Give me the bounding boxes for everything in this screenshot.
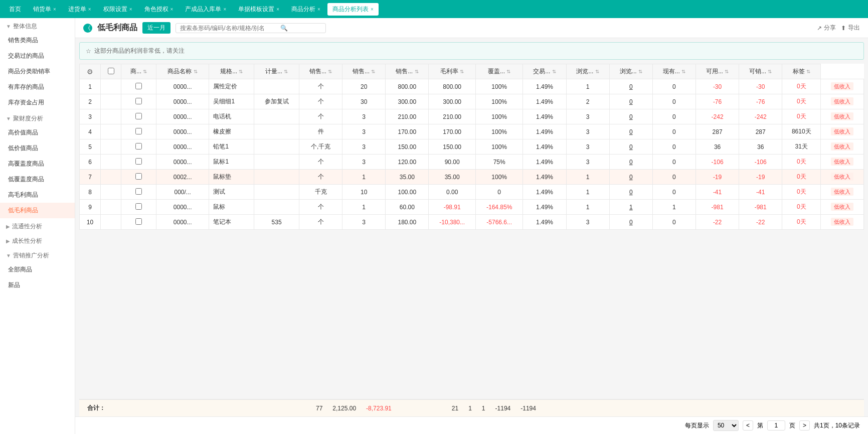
- search-icon[interactable]: 🔍: [280, 25, 288, 32]
- row-checkbox[interactable]: [135, 203, 142, 210]
- col-coverage[interactable]: 覆盖... ⇅: [475, 64, 523, 79]
- col-trade-count[interactable]: 交易... ⇅: [523, 64, 566, 79]
- sidebar-item-stock-capital[interactable]: 库存资金占用: [0, 95, 75, 110]
- row-view1[interactable]: 0: [609, 170, 652, 185]
- nav-permission-settings[interactable]: 权限设置 ×: [98, 3, 137, 16]
- sidebar-item-low-coverage[interactable]: 低覆盖度商品: [0, 172, 75, 187]
- col-spec[interactable]: 规格... ⇅: [209, 64, 254, 79]
- sidebar-item-sales-products[interactable]: 销售类商品: [0, 33, 75, 48]
- col-settings[interactable]: ⚙: [80, 64, 101, 79]
- col-code[interactable]: 商... ⇅: [121, 64, 156, 79]
- row-checkbox[interactable]: [135, 98, 142, 104]
- close-icon[interactable]: ×: [371, 7, 374, 12]
- col-view1[interactable]: 浏览... ⇅: [566, 64, 609, 79]
- row-current-stock: -106: [696, 155, 739, 170]
- row-view1[interactable]: 0: [609, 94, 652, 109]
- totals-row: 合计： 77 2,125.00 -8,723.91 21 1 1 -1194 -…: [79, 399, 864, 416]
- row-settings-cell: [100, 94, 121, 109]
- col-sales-profit[interactable]: 销售... ⇅: [386, 64, 429, 79]
- col-tag[interactable]: 标签 ⇅: [782, 64, 821, 79]
- row-sales-profit: -10,380...: [429, 215, 476, 230]
- row-coverage: 1.49%: [523, 109, 566, 124]
- export-button[interactable]: ⬆ 导出: [841, 24, 860, 32]
- nav-product-entry[interactable]: 产成品入库单 ×: [180, 3, 231, 16]
- row-checkbox[interactable]: [135, 188, 142, 195]
- row-view1[interactable]: 0: [609, 79, 652, 94]
- close-icon[interactable]: ×: [129, 7, 132, 12]
- next-page-button[interactable]: >: [799, 420, 810, 430]
- search-input[interactable]: [180, 25, 280, 32]
- col-view2[interactable]: 浏览... ⇅: [609, 64, 652, 79]
- sidebar-item-category-rate[interactable]: 商品分类助销率: [0, 64, 75, 79]
- row-view1[interactable]: 1: [609, 200, 652, 215]
- nav-home[interactable]: 首页: [4, 3, 26, 16]
- sidebar-item-low-value[interactable]: 低价值商品: [0, 140, 75, 156]
- page-number-input[interactable]: [767, 420, 785, 430]
- col-sales-amount[interactable]: 销售... ⇅: [342, 64, 386, 79]
- row-view2: 0: [652, 124, 696, 139]
- col-current-stock[interactable]: 现有... ⇅: [652, 64, 696, 79]
- close-icon[interactable]: ×: [88, 7, 91, 12]
- sidebar-item-new-products[interactable]: 新品: [0, 277, 75, 293]
- sidebar-item-low-margin[interactable]: 低毛利商品: [0, 203, 75, 218]
- nav-product-analysis-list[interactable]: 商品分析列表 ×: [327, 3, 379, 16]
- row-coverage: 1.49%: [523, 170, 566, 185]
- row-checkbox[interactable]: [135, 113, 142, 119]
- sidebar-item-traded-products[interactable]: 交易过的商品: [0, 48, 75, 64]
- sidebar-item-stocked-products[interactable]: 有库存的商品: [0, 79, 75, 95]
- warning-icon: ☆: [86, 48, 91, 55]
- row-checkbox[interactable]: [135, 143, 142, 150]
- section-circulation-analysis[interactable]: ▶ 流通性分析: [0, 218, 75, 233]
- prev-page-button[interactable]: <: [743, 420, 753, 430]
- col-name[interactable]: 商品名称 ⇅: [156, 64, 209, 79]
- col-sellable-stock[interactable]: 可销... ⇅: [739, 64, 782, 79]
- sidebar-item-high-value[interactable]: 高价值商品: [0, 125, 75, 140]
- col-available-stock[interactable]: 可用... ⇅: [696, 64, 739, 79]
- nav-sales-order[interactable]: 销货单 ×: [28, 3, 61, 16]
- row-sellable-stock: 0天: [782, 109, 821, 124]
- row-checkbox[interactable]: [135, 218, 142, 225]
- close-icon[interactable]: ×: [317, 7, 320, 12]
- row-checkbox[interactable]: [135, 173, 142, 180]
- row-trade-count: 1: [566, 170, 609, 185]
- row-checkbox[interactable]: [135, 158, 142, 165]
- sidebar-item-high-coverage[interactable]: 高覆盖度商品: [0, 156, 75, 172]
- totals-sales-profit: -8,723.91: [366, 405, 392, 412]
- row-coverage: 1.49%: [523, 155, 566, 170]
- sidebar-collapse-button[interactable]: 《: [83, 24, 92, 33]
- select-all-checkbox[interactable]: [108, 68, 114, 74]
- close-icon[interactable]: ×: [276, 7, 279, 12]
- col-unit[interactable]: 计量... ⇅: [254, 64, 299, 79]
- share-button[interactable]: ↗ 分享: [817, 24, 836, 32]
- close-icon[interactable]: ×: [170, 7, 173, 12]
- row-trade-count: 2: [566, 94, 609, 109]
- gear-icon[interactable]: ⚙: [87, 68, 93, 76]
- close-icon[interactable]: ×: [53, 7, 56, 12]
- close-icon[interactable]: ×: [223, 7, 226, 12]
- col-gross-margin[interactable]: 毛利率 ⇅: [429, 64, 476, 79]
- row-view1[interactable]: 0: [609, 124, 652, 139]
- per-page-select[interactable]: 50 20 100: [713, 420, 739, 431]
- row-view1[interactable]: 0: [609, 109, 652, 124]
- time-filter-button[interactable]: 近一月: [142, 22, 170, 34]
- row-name: 属性定价: [209, 79, 254, 94]
- row-view1[interactable]: 0: [609, 139, 652, 155]
- top-navigation: 首页 销货单 × 进货单 × 权限设置 × 角色授权 × 产成品入库单 × 单据…: [0, 0, 868, 18]
- row-coverage: 1.49%: [523, 139, 566, 155]
- collapse-icon: ▶: [6, 224, 10, 229]
- row-view1[interactable]: 0: [609, 215, 652, 230]
- sidebar-item-all-products[interactable]: 全部商品: [0, 262, 75, 277]
- nav-purchase-order[interactable]: 进货单 ×: [63, 3, 96, 16]
- nav-role-auth[interactable]: 角色授权 ×: [139, 3, 179, 16]
- row-checkbox[interactable]: [135, 83, 142, 89]
- row-sales-profit: 0.00: [429, 185, 476, 200]
- row-view1[interactable]: 0: [609, 185, 652, 200]
- col-sales-qty[interactable]: 销售... ⇅: [299, 64, 342, 79]
- nav-product-analysis[interactable]: 商品分析 ×: [286, 3, 325, 16]
- section-growth-analysis[interactable]: ▶ 成长性分析: [0, 233, 75, 247]
- totals-spacer: [115, 405, 306, 412]
- sidebar-item-high-margin[interactable]: 高毛利商品: [0, 187, 75, 203]
- row-view1[interactable]: 0: [609, 155, 652, 170]
- nav-template-settings[interactable]: 单据模板设置 ×: [233, 3, 284, 16]
- row-checkbox[interactable]: [135, 128, 142, 134]
